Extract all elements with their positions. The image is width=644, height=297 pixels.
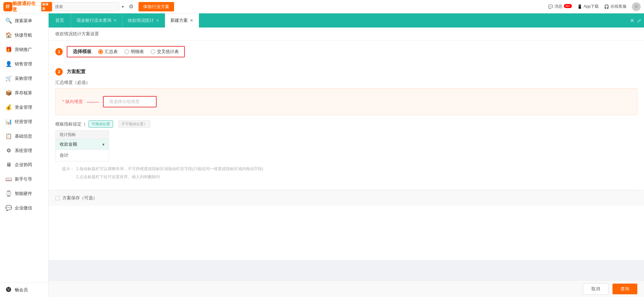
radio-circle-summary [98,49,103,54]
sidebar-item-nav[interactable]: 🏠 快捷导航 [0,28,48,42]
notification-badge: 99+ [564,4,572,8]
save-label: 方案保存（可选） [62,195,97,201]
step1-badge: 1 [55,48,63,55]
radio-cross[interactable]: 交叉统计表 [151,49,179,55]
content-area: 首页 现金银行流水查询 ✕ 收款情况统计 ✕ 新建方案 ✕ ✕ ⤢ [49,13,644,297]
total-row: 合计 [56,150,109,161]
save-option-section: 方案保存（可选） [49,190,644,206]
config-section: 2 方案配置 汇总维度（必选） * 纵向维度 —— 请选择分组维度 [49,68,644,190]
top-bar: 好 畅捷通好生意 标准版 ▾ ⚙ 体验行业方案 💬 消息 99+ 📱 App下载… [0,0,644,13]
sidebar: 🔍 搜索菜单 🏠 快捷导航 🎁 营销推广 👤 销售管理 🛒 采购管理 📦 库存核… [0,13,49,297]
page-footer: 取消 查询 [49,280,644,297]
download-item[interactable]: 📱 App下载 [577,4,599,9]
dimension-row: * 纵向维度 —— 请选择分组维度 [62,96,157,107]
guide-icon: 📖 [5,176,12,182]
sidebar-item-member[interactable]: 🅥 畅会员 [0,283,48,297]
tip-line-1: 提示： 1.拖动标题栏可以调整布局，不可跨维度或指标区域拖动栏目字段(只能在同一… [62,165,631,173]
sidebar-item-hardware[interactable]: ⌚ 智能硬件 [0,186,48,201]
logo-badge: 标准版 [41,2,52,11]
top-bar-middle: ▾ ⚙ 体验行业方案 [52,2,548,11]
cancel-button[interactable]: 取消 [583,283,608,295]
radio-detail[interactable]: 明细表 [124,49,144,55]
sidebar-item-system[interactable]: ⚙ 系统管理 [0,143,48,158]
template-section: 1 选择模板 汇总表 明细表 [49,41,644,68]
sidebar-item-purchase[interactable]: 🛒 采购管理 [0,71,48,86]
col-header-row: 收款金额 ▾ [56,139,109,150]
collab-icon: 🖥 [5,162,12,168]
chart-icon: 📊 [5,118,12,125]
tab-receipts[interactable]: 收款情况统计 ✕ [122,13,165,28]
dropdown-arrow[interactable]: ▾ [122,4,124,9]
page-content: 收款情况统计方案设置 1 选择模板 汇总表 [49,28,644,280]
step2-badge: 2 [55,68,63,76]
wechat-icon: 💬 [5,205,12,211]
member-icon: 🅥 [5,287,12,293]
tab-close-new-plan[interactable]: ✕ [190,18,193,23]
step1-label: 选择模板 [73,49,92,55]
logo-area: 好 畅捷通好生意 标准版 [3,0,52,13]
tab-close-receipts[interactable]: ✕ [156,18,159,23]
indicator-title-text: 模板指标设定（ [55,121,86,127]
trial-button[interactable]: 体验行业方案 [139,2,174,11]
sidebar-item-search[interactable]: 🔍 搜索菜单 [0,13,48,28]
sidebar-item-management[interactable]: 📊 经营管理 [0,114,48,129]
dimension-selector[interactable]: 请选择分组维度 [103,96,157,107]
no-drag-badge: 不可拖动位置） [118,120,150,128]
money-icon: 💰 [5,104,12,110]
logo-text: 畅捷通好生意 标准版 [12,1,52,13]
sidebar-item-marketing[interactable]: 🎁 营销推广 [0,42,48,57]
radio-summary[interactable]: 汇总表 [98,49,118,55]
breadcrumb: 收款情况统计方案设置 [49,28,644,41]
dimension-title: 汇总维度（必选） [55,80,637,86]
gift-icon: 🎁 [5,46,12,53]
sidebar-item-collab[interactable]: 🖥 企业协同 [0,158,48,172]
col-dropdown-icon[interactable]: ▾ [102,142,105,147]
dimension-area: * 纵向维度 —— 请选择分组维度 [55,88,637,115]
step1-row: 1 选择模板 汇总表 明细表 [55,46,637,57]
arrow-icon: —— [87,98,99,105]
close-window-icon[interactable]: ✕ [630,17,634,24]
tab-cashflow[interactable]: 现金银行流水查询 ✕ [71,13,122,28]
save-checkbox[interactable] [55,196,60,200]
service-item[interactable]: 🎧 在线客服 [604,4,627,9]
message-icon: 💬 [548,4,553,9]
tab-bar-right: ✕ ⤢ [630,13,644,28]
system-icon: ⚙ [5,147,12,154]
tips-section: 提示： 1.拖动标题栏可以调整布局，不可跨维度或指标区域拖动栏目字段(只能在同一… [55,161,637,184]
search-input[interactable] [52,2,119,11]
sidebar-item-sales[interactable]: 👤 销售管理 [0,57,48,71]
template-options-box: 选择模板 汇总表 明细表 交叉统计表 [67,46,185,57]
sidebar-item-basic[interactable]: 📋 基础信息 [0,129,48,143]
main-layout: 🔍 搜索菜单 🏠 快捷导航 🎁 营销推广 👤 销售管理 🛒 采购管理 📦 库存核… [0,13,644,297]
tab-close-cashflow[interactable]: ✕ [113,18,117,23]
indicator-header: 模板指标设定（ 可拖动位置 不可拖动位置） [55,120,637,128]
sales-icon: 👤 [5,61,12,67]
tab-bar: 首页 现金银行流水查询 ✕ 收款情况统计 ✕ 新建方案 ✕ ✕ ⤢ [49,13,644,28]
tip-line-2: 提示： 2.点击标题栏下拉可设置排序、插入列和删除列 [62,173,631,181]
sidebar-item-wechat[interactable]: 💬 企业微信 [0,201,48,215]
avatar[interactable]: U [632,2,641,11]
top-bar-right: 💬 消息 99+ 📱 App下载 🎧 在线客服 U [548,2,641,11]
notification-item[interactable]: 💬 消息 99+ [548,4,572,9]
sidebar-item-inventory[interactable]: 📦 库存核算 [0,86,48,100]
drag-badge: 可拖动位置 [89,120,113,128]
step2-row: 2 方案配置 [55,68,637,76]
search-icon: 🔍 [5,17,12,24]
stat-indicator-title: 统计指标 [56,131,109,139]
indicator-table: 统计指标 收款金额 ▾ 合计 [55,130,109,161]
sidebar-item-finance[interactable]: 💰 资金管理 [0,100,48,114]
info-icon: 📋 [5,133,12,139]
tab-new-plan[interactable]: 新建方案 ✕ [165,13,199,28]
indicator-section: 模板指标设定（ 可拖动位置 不可拖动位置） 统计指标 收款金额 ▾ 合计 [55,120,637,161]
step2-label: 方案配置 [67,69,86,75]
expand-icon[interactable]: ⤢ [637,17,641,24]
gear-icon[interactable]: ⚙ [126,2,136,11]
page-inner: 收款情况统计方案设置 1 选择模板 汇总表 [49,28,644,260]
tab-home[interactable]: 首页 [49,13,71,28]
radio-circle-detail [124,49,129,54]
service-icon: 🎧 [604,4,609,9]
radio-circle-cross [151,49,155,54]
sidebar-item-guide[interactable]: 📖 新手引导 [0,172,48,186]
query-button[interactable]: 查询 [612,284,637,294]
home-icon: 🏠 [5,32,12,38]
